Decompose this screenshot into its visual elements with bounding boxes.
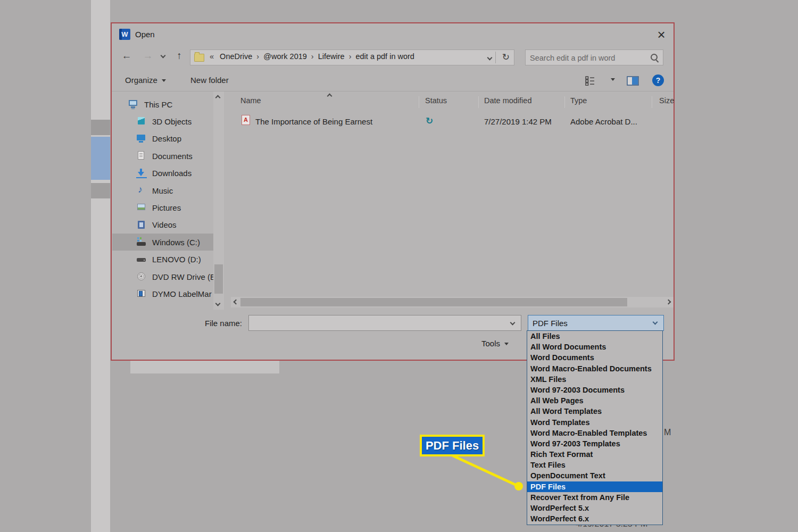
sidebar-item-documents[interactable]: Documents — [112, 147, 214, 164]
sidebar-item-label: Windows (C:) — [152, 238, 200, 247]
breadcrumb-item[interactable]: OneDrive — [218, 52, 254, 61]
column-header-type[interactable]: Type — [570, 96, 587, 105]
help-icon[interactable] — [652, 74, 664, 86]
drive-icon — [136, 255, 147, 264]
file-type-combo[interactable]: PDF Files — [528, 315, 664, 331]
file-type-option[interactable]: PDF Files — [527, 481, 662, 492]
view-options-chevron-icon[interactable] — [611, 78, 615, 81]
sidebar-item-dymo-labelmar[interactable]: DYMO LabelMar — [112, 285, 214, 302]
organize-button[interactable]: Organize — [125, 76, 166, 85]
search-input[interactable] — [529, 52, 645, 64]
preview-pane-icon[interactable] — [627, 76, 639, 86]
sidebar-scrollbar[interactable] — [213, 92, 224, 310]
column-header-size[interactable]: Size — [659, 96, 674, 105]
forward-icon[interactable] — [142, 50, 154, 62]
dvd-drive-icon — [136, 272, 147, 281]
file-type-option[interactable]: All Files — [527, 331, 662, 342]
file-type: Adobe Acrobat D... — [570, 117, 637, 126]
search-box — [525, 49, 663, 65]
view-options-icon[interactable] — [585, 76, 598, 86]
recent-locations-chevron-icon[interactable] — [161, 53, 166, 59]
windows-drive-icon — [136, 237, 147, 247]
horizontal-scrollbar-thumb[interactable] — [240, 298, 627, 306]
sort-ascending-icon — [327, 94, 332, 99]
breadcrumb-item[interactable]: edit a pdf in word — [354, 52, 415, 61]
file-type-option[interactable]: Text Files — [527, 460, 662, 470]
background-block — [91, 183, 110, 198]
tools-button[interactable]: Tools — [481, 339, 509, 348]
new-folder-label: New folder — [190, 76, 229, 85]
refresh-icon[interactable] — [502, 52, 510, 63]
sidebar-item-3d-objects[interactable]: 3D Objects — [112, 113, 214, 130]
downloads-icon — [136, 169, 147, 178]
sidebar-item-this-pc[interactable]: This PC — [112, 96, 214, 113]
file-type-listbox: All FilesAll Word DocumentsWord Document… — [527, 330, 663, 525]
file-type-option[interactable]: All Word Documents — [527, 342, 662, 352]
file-type-option[interactable]: Word 97-2003 Documents — [527, 385, 662, 395]
breadcrumb-overflow[interactable]: « — [207, 52, 216, 61]
up-icon[interactable] — [173, 50, 186, 62]
file-list-pane: Name Status Date modified Type Size The … — [231, 94, 674, 310]
desktop-icon — [136, 134, 147, 144]
column-divider[interactable] — [478, 96, 479, 108]
file-type-option[interactable]: Word Documents — [527, 352, 662, 363]
file-name-input[interactable] — [252, 317, 510, 329]
file-type-option[interactable]: Word Macro-Enabled Templates — [527, 428, 662, 438]
file-type-option[interactable]: OpenDocument Text — [527, 470, 662, 481]
scroll-left-icon[interactable] — [234, 300, 239, 305]
back-icon[interactable] — [120, 50, 133, 62]
breadcrumb-item[interactable]: Lifewire — [317, 52, 346, 61]
3d-objects-icon — [136, 117, 147, 126]
address-dropdown-chevron-icon[interactable] — [487, 55, 493, 61]
address-bar[interactable]: « OneDrive›@work 2019›Lifewire›edit a pd… — [190, 49, 514, 65]
sidebar-item-label: Desktop — [152, 134, 181, 143]
sidebar-item-downloads[interactable]: Downloads — [112, 165, 214, 182]
sidebar-item-desktop[interactable]: Desktop — [112, 130, 214, 147]
file-type-option[interactable]: Word 97-2003 Templates — [527, 438, 662, 449]
background-thumbnail — [91, 137, 110, 180]
file-type-option[interactable]: WordPerfect 6.x — [527, 513, 662, 524]
column-divider[interactable] — [564, 96, 565, 108]
file-type-option[interactable]: WordPerfect 5.x — [527, 503, 662, 513]
sidebar-item-label: Videos — [152, 220, 177, 229]
column-divider[interactable] — [652, 96, 652, 108]
new-folder-button[interactable]: New folder — [190, 76, 229, 85]
sidebar-item-videos[interactable]: Videos — [112, 217, 214, 234]
column-header-status[interactable]: Status — [425, 96, 447, 105]
scroll-up-icon[interactable] — [215, 95, 221, 101]
pdf-file-icon — [242, 115, 250, 125]
scroll-right-icon[interactable] — [666, 300, 671, 305]
close-icon[interactable] — [654, 28, 668, 41]
pictures-icon — [136, 203, 147, 212]
breadcrumb-item[interactable]: @work 2019 — [262, 52, 309, 61]
file-type-option[interactable]: All Web Pages — [527, 395, 662, 406]
file-type-option[interactable]: All Word Templates — [527, 406, 662, 417]
scroll-down-icon[interactable] — [215, 301, 221, 306]
sync-status-icon — [426, 115, 433, 127]
sidebar-item-label: Downloads — [152, 169, 192, 178]
sidebar-item-music[interactable]: Music — [112, 182, 214, 199]
address-divider — [495, 52, 496, 63]
column-divider[interactable] — [419, 96, 419, 108]
sidebar-item-lenovo-d[interactable]: LENOVO (D:) — [112, 251, 214, 268]
file-row[interactable]: The Importance of Being Earnest 7/27/201… — [231, 113, 674, 130]
column-header-date-modified[interactable]: Date modified — [484, 96, 531, 105]
sidebar-scrollbar-thumb[interactable] — [214, 264, 223, 294]
dialog-toolbar: Organize New folder — [112, 71, 674, 92]
file-type-option[interactable]: Rich Text Format — [527, 449, 662, 460]
sidebar-item-dvd-rw-drive-e[interactable]: DVD RW Drive (E — [112, 268, 214, 285]
file-name-label: File name: — [205, 319, 242, 328]
horizontal-scrollbar[interactable] — [231, 297, 674, 307]
file-name-chevron-icon[interactable] — [510, 320, 516, 326]
tools-label: Tools — [481, 339, 500, 348]
search-icon — [651, 54, 658, 61]
sidebar-item-pictures[interactable]: Pictures — [112, 199, 214, 216]
column-header-name[interactable]: Name — [240, 96, 261, 105]
file-type-option[interactable]: XML Files — [527, 374, 662, 385]
file-type-option[interactable]: Word Macro-Enabled Documents — [527, 363, 662, 374]
file-type-option[interactable]: Word Templates — [527, 417, 662, 428]
tools-chevron-icon — [504, 343, 509, 345]
sidebar-item-windows-c[interactable]: Windows (C:) — [112, 234, 214, 251]
file-type-option[interactable]: Recover Text from Any File — [527, 492, 662, 503]
sidebar-item-label: 3D Objects — [152, 117, 192, 126]
